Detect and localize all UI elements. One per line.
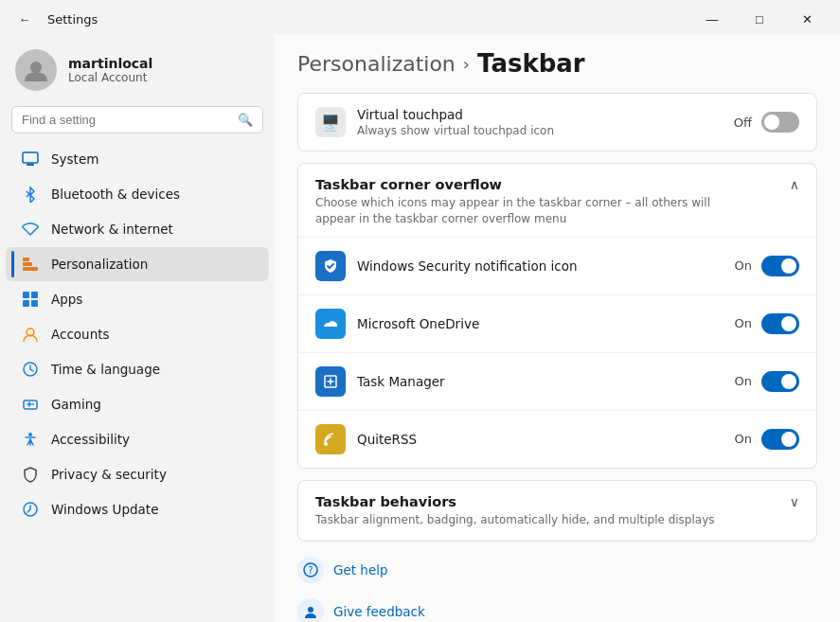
overflow-item-control-quiterss: On (735, 429, 799, 450)
svg-rect-6 (23, 292, 29, 298)
svg-point-14 (28, 433, 32, 436)
minimize-button[interactable]: — (690, 6, 734, 32)
overflow-item-text-windows-security: Windows Security notification icon (357, 258, 735, 274)
svg-rect-2 (27, 164, 34, 166)
breadcrumb-parent: Personalization (297, 52, 456, 76)
overflow-item-toggle-windows-security[interactable] (761, 256, 799, 276)
svg-rect-9 (31, 300, 38, 307)
overflow-item-icon-windows-security (315, 251, 346, 281)
svg-rect-3 (23, 267, 38, 271)
svg-point-17 (324, 442, 328, 446)
overflow-item-toggle-thumb-quiterss (781, 432, 796, 447)
sidebar-item-time-language[interactable]: Time & language (6, 352, 269, 386)
svg-point-13 (32, 403, 34, 405)
svg-rect-5 (23, 258, 29, 261)
overflow-item-state-task-manager: On (735, 374, 752, 388)
overflow-item-text-quiterss: QuiteRSS (357, 432, 735, 447)
sidebar-item-network[interactable]: Network & internet (6, 212, 269, 246)
nav-label-privacy-security: Privacy & security (51, 467, 167, 482)
title-bar-left: ← Settings (11, 6, 98, 32)
back-button[interactable]: ← (11, 6, 38, 32)
overflow-item-title-task-manager: Task Manager (357, 374, 735, 389)
user-info: martinlocal Local Account (68, 56, 152, 84)
help-link-get-help[interactable]: ? Get help (297, 553, 817, 587)
nav-label-network: Network & internet (51, 222, 173, 237)
sidebar-item-windows-update[interactable]: Windows Update (6, 492, 269, 526)
nav-icon-gaming (21, 395, 40, 414)
nav-icon-windows-update (21, 500, 40, 519)
virtual-touchpad-state: Off (734, 116, 752, 130)
sidebar-item-apps[interactable]: Apps (6, 282, 269, 316)
nav-icon-bluetooth (21, 185, 40, 204)
breadcrumb-separator: › (463, 54, 470, 74)
virtual-touchpad-toggle[interactable] (761, 112, 799, 133)
overflow-item-task-manager: Task Manager On (298, 353, 816, 411)
overflow-item-toggle-thumb-onedrive (781, 316, 796, 331)
virtual-touchpad-desc: Always show virtual touchpad icon (357, 124, 734, 137)
svg-text:?: ? (308, 565, 313, 576)
nav-icon-privacy-security (21, 465, 40, 484)
sidebar-item-bluetooth[interactable]: Bluetooth & devices (6, 177, 269, 211)
title-bar: ← Settings — □ ✕ (0, 0, 840, 34)
nav-label-bluetooth: Bluetooth & devices (51, 187, 180, 202)
svg-point-0 (30, 62, 42, 73)
overflow-item-control-onedrive: On (735, 313, 799, 334)
overflow-item-state-onedrive: On (735, 316, 752, 330)
nav-label-accounts: Accounts (51, 327, 110, 342)
overflow-item-title-quiterss: QuiteRSS (357, 432, 735, 447)
taskbar-behaviors-section[interactable]: Taskbar behaviors ∨ Taskbar alignment, b… (297, 480, 817, 542)
nav-label-windows-update: Windows Update (51, 502, 158, 517)
virtual-touchpad-title: Virtual touchpad (357, 107, 734, 122)
overflow-item-icon-task-manager (315, 366, 346, 397)
virtual-touchpad-control: Off (734, 112, 799, 133)
help-link-label-get-help: Get help (333, 562, 388, 578)
app-title: Settings (47, 12, 98, 27)
overflow-item-text-task-manager: Task Manager (357, 374, 735, 389)
sidebar-item-accessibility[interactable]: Accessibility (6, 422, 269, 456)
app-body: martinlocal Local Account 🔍 System Bluet… (0, 34, 840, 622)
overflow-item-control-windows-security: On (735, 256, 799, 276)
maximize-button[interactable]: □ (738, 6, 781, 32)
taskbar-behaviors-header-top: Taskbar behaviors ∨ (315, 494, 799, 509)
sidebar: martinlocal Local Account 🔍 System Bluet… (0, 34, 275, 622)
nav-icon-apps (21, 290, 40, 309)
virtual-touchpad-toggle-thumb (764, 115, 779, 130)
taskbar-corner-overflow-header-text: Taskbar corner overflow Choose which ico… (315, 177, 790, 227)
nav-icon-network (21, 220, 40, 239)
taskbar-corner-overflow-desc: Choose which icons may appear in the tas… (315, 195, 719, 227)
nav-icon-system (21, 150, 40, 169)
overflow-item-control-task-manager: On (735, 371, 799, 392)
overflow-item-toggle-task-manager[interactable] (761, 371, 799, 392)
virtual-touchpad-row: 🖥️ Virtual touchpad Always show virtual … (298, 94, 816, 151)
overflow-item-state-windows-security: On (735, 258, 752, 273)
overflow-item-quiterss: QuiteRSS On (298, 411, 816, 468)
overflow-item-icon-quiterss (315, 424, 346, 454)
taskbar-behaviors-chevron: ∨ (790, 494, 799, 509)
overflow-item-onedrive: Microsoft OneDrive On (298, 295, 816, 353)
user-account-type: Local Account (68, 71, 152, 84)
sidebar-item-privacy-security[interactable]: Privacy & security (6, 457, 269, 491)
help-links: ? Get help Give feedback (297, 553, 817, 622)
sidebar-item-system[interactable]: System (6, 142, 269, 176)
taskbar-corner-overflow-header[interactable]: Taskbar corner overflow Choose which ico… (298, 164, 816, 238)
avatar (15, 49, 57, 91)
sidebar-item-personalization[interactable]: Personalization (6, 247, 269, 281)
svg-rect-7 (31, 292, 38, 298)
help-link-give-feedback[interactable]: Give feedback (297, 595, 817, 622)
overflow-item-toggle-thumb-task-manager (781, 374, 796, 389)
sidebar-item-accounts[interactable]: Accounts (6, 317, 269, 351)
overflow-item-toggle-thumb-windows-security (781, 258, 796, 274)
sidebar-item-gaming[interactable]: Gaming (6, 387, 269, 421)
user-name: martinlocal (68, 56, 152, 71)
svg-rect-8 (23, 300, 29, 307)
overflow-item-toggle-onedrive[interactable] (761, 313, 799, 334)
overflow-item-toggle-quiterss[interactable] (761, 429, 799, 450)
taskbar-corner-overflow-section: Taskbar corner overflow Choose which ico… (297, 163, 817, 469)
search-input[interactable] (22, 113, 230, 127)
nav-label-personalization: Personalization (51, 257, 148, 272)
nav-icon-personalization (21, 255, 40, 274)
virtual-touchpad-icon: 🖥️ (315, 107, 346, 137)
search-box[interactable]: 🔍 (11, 106, 263, 133)
close-button[interactable]: ✕ (785, 6, 829, 32)
overflow-item-title-onedrive: Microsoft OneDrive (357, 316, 735, 331)
